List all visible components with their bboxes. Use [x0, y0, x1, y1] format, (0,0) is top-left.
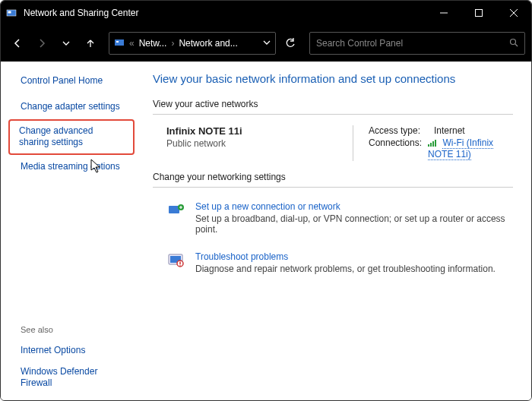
search-icon [509, 38, 518, 49]
svg-rect-1 [8, 11, 11, 13]
breadcrumb-2[interactable]: Network and... [179, 38, 237, 49]
sidebar: Control Panel Home Change adapter settin… [1, 62, 142, 401]
control-panel-icon [5, 7, 17, 19]
page-heading: View your basic network information and … [153, 72, 513, 85]
svg-rect-14 [169, 206, 179, 213]
refresh-button[interactable] [279, 33, 302, 54]
setup-connection-icon [166, 201, 186, 221]
divider [153, 187, 513, 188]
svg-rect-11 [430, 143, 432, 147]
network-name: Infinix NOTE 11i [166, 125, 344, 137]
main-panel: View your basic network information and … [142, 62, 531, 401]
svg-rect-3 [476, 10, 483, 17]
recent-dropdown[interactable] [55, 33, 77, 54]
svg-rect-10 [428, 144, 429, 147]
breadcrumb-sep: « [129, 38, 135, 49]
connection-link[interactable]: Wi-Fi (Infinix NOTE 11i) [428, 137, 493, 160]
chevron-right-icon: › [171, 38, 174, 49]
change-advanced-sharing-link[interactable]: Change advanced sharing settings [8, 119, 135, 155]
svg-point-20 [179, 264, 180, 265]
maximize-button[interactable] [461, 1, 496, 25]
troubleshoot-title: Troubleshoot problems [195, 251, 496, 262]
change-adapter-settings-link[interactable]: Change adapter settings [1, 96, 142, 118]
troubleshoot-desc: Diagnose and repair network problems, or… [195, 264, 496, 274]
svg-line-9 [515, 44, 518, 46]
connections-label: Connections: [369, 137, 422, 159]
active-network-block: Infinix NOTE 11i Public network Access t… [153, 122, 513, 172]
navbar: « Netw... › Network and... Search Contro… [1, 25, 531, 62]
change-settings-heading: Change your networking settings [153, 172, 513, 182]
network-type: Public network [166, 138, 344, 149]
close-button[interactable] [496, 1, 531, 25]
svg-rect-13 [435, 140, 436, 147]
svg-rect-7 [116, 41, 119, 43]
divider [153, 114, 513, 115]
active-networks-heading: View your active networks [153, 99, 513, 109]
minimize-button[interactable] [426, 1, 461, 25]
address-dropdown[interactable] [263, 38, 271, 49]
up-button[interactable] [80, 33, 101, 54]
control-panel-home-link[interactable]: Control Panel Home [1, 75, 142, 96]
troubleshoot-icon [166, 251, 186, 271]
address-icon [114, 37, 125, 50]
access-type-value: Internet [434, 125, 465, 136]
window-title: Network and Sharing Center [24, 8, 138, 18]
troubleshoot-option[interactable]: Troubleshoot problems Diagnose and repai… [153, 245, 513, 285]
forward-button[interactable] [31, 33, 52, 54]
svg-rect-12 [432, 141, 434, 147]
search-input[interactable]: Search Control Panel [309, 32, 525, 55]
breadcrumb-1[interactable]: Netw... [139, 38, 167, 49]
svg-rect-6 [115, 39, 124, 46]
media-streaming-options-link[interactable]: Media streaming options [1, 156, 142, 178]
internet-options-link[interactable]: Internet Options [1, 340, 142, 362]
back-button[interactable] [7, 33, 28, 54]
windows-defender-firewall-link[interactable]: Windows Defender Firewall [1, 362, 142, 394]
setup-connection-title: Set up a new connection or network [195, 201, 513, 212]
address-bar[interactable]: « Netw... › Network and... [109, 32, 276, 55]
access-type-label: Access type: [369, 125, 428, 136]
titlebar: Network and Sharing Center [1, 1, 531, 25]
content: Control Panel Home Change adapter settin… [1, 62, 531, 401]
setup-connection-desc: Set up a broadband, dial-up, or VPN conn… [195, 213, 513, 235]
svg-point-8 [511, 39, 516, 44]
wifi-signal-icon [428, 138, 437, 149]
search-placeholder: Search Control Panel [316, 38, 403, 49]
see-also-label: See also [1, 325, 142, 340]
setup-connection-option[interactable]: Set up a new connection or network Set u… [153, 195, 513, 245]
